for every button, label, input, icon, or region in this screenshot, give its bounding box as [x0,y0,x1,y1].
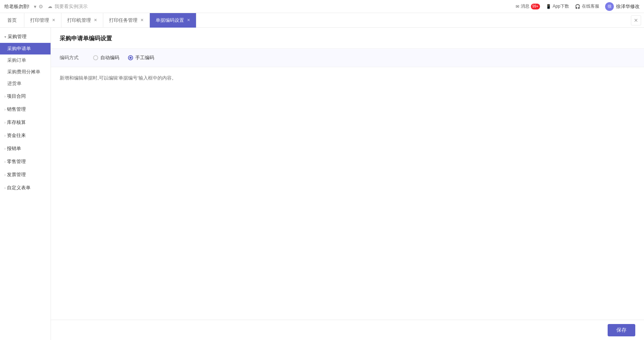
sidebar-item-purchase-receipt[interactable]: 进货单 [0,78,51,89]
sidebar-item-purchase-request-label: 采购申请单 [7,46,31,51]
top-bar-icons: ▾ ⚙ [34,4,43,9]
sidebar-group-expense[interactable]: › 报销单 [0,142,51,155]
description-content: 新增和编辑单据时,可以编辑'单据编号'输入框中的内容。 [60,75,176,81]
message-action[interactable]: ✉ 消息 99+ [516,3,540,9]
tab-printer-manage[interactable]: 打印机管理 ✕ [61,13,103,28]
sidebar-group-finance-label: 资金往来 [7,132,26,139]
message-icon: ✉ [516,4,519,9]
top-bar-right: ✉ 消息 99+ 📱 App下数 🎧 在线客服 徐 徐泽华修改 [516,2,640,11]
tab-print-manage-label: 打印管理 [30,17,49,24]
tab-bar: 首页 打印管理 ✕ 打印机管理 ✕ 打印任务管理 ✕ 单据编码设置 ✕ ✕ [0,13,644,28]
arrow-right-icon-project: › [4,94,5,98]
avatar: 徐 [605,2,614,11]
top-bar: 给老板勿割! ▾ ⚙ ☁ 我要看实例演示 ✉ 消息 99+ 📱 App下数 🎧 … [0,0,644,13]
tab-print-manage[interactable]: 打印管理 ✕ [24,13,61,28]
sidebar-section-sales: › 销售管理 [0,103,51,116]
arrow-right-icon-expense: › [4,147,5,151]
sidebar-section-invoice: › 发票管理 [0,169,51,181]
arrow-right-icon-invoice: › [4,173,5,177]
radio-manual[interactable]: 手工编码 [128,54,154,61]
radio-manual-label: 手工编码 [135,54,154,61]
sidebar-item-purchase-receipt-label: 进货单 [7,81,21,86]
close-all-tabs-button[interactable]: ✕ [631,15,641,25]
tab-print-task-label: 打印任务管理 [109,17,137,24]
sidebar-group-project[interactable]: › 项目合同 [0,90,51,102]
sidebar-item-purchase-order-label: 采购订单 [7,57,26,63]
sidebar-group-invoice-label: 发票管理 [7,171,26,178]
tab-print-task[interactable]: 打印任务管理 ✕ [103,13,150,28]
sidebar-item-purchase-order[interactable]: 采购订单 [0,54,51,66]
arrow-right-icon-retail: › [4,160,5,164]
sidebar-section-retail: › 零售管理 [0,155,51,168]
radio-group: 自动编码 手工编码 [93,54,154,61]
tab-encoding-settings-close[interactable]: ✕ [187,18,190,23]
description-text: 新增和编辑单据时,可以编辑'单据编号'输入框中的内容。 [51,67,644,89]
tab-encoding-settings[interactable]: 单据编码设置 ✕ [150,13,196,28]
sidebar-item-purchase-expense[interactable]: 采购费用分摊单 [0,66,51,78]
sidebar-group-retail[interactable]: › 零售管理 [0,155,51,168]
arrow-right-icon-inventory: › [4,121,5,125]
support-label: 在线客服 [582,3,599,9]
headset-icon: 🎧 [575,4,580,9]
sidebar-group-custom-label: 自定义表单 [7,185,31,191]
user-area[interactable]: 徐 徐泽华修改 [605,2,640,11]
sidebar-item-purchase-expense-label: 采购费用分摊单 [7,69,40,74]
app-title: 给老板勿割! [4,3,29,10]
content-inner: 采购申请单编码设置 编码方式 自动编码 手工编码 [51,28,644,320]
tab-home-label: 首页 [7,17,17,24]
download-action[interactable]: 📱 App下数 [546,3,569,9]
dropdown-icon[interactable]: ▾ [34,4,36,9]
support-action[interactable]: 🎧 在线客服 [575,3,599,9]
arrow-right-icon-custom: › [4,186,5,190]
save-button[interactable]: 保存 [608,324,635,336]
download-label: App下数 [553,3,569,9]
arrow-down-icon: ▾ [4,35,6,39]
sidebar-section-finance: › 资金往来 [0,129,51,142]
bottom-bar: 保存 [51,320,644,340]
tab-print-manage-close[interactable]: ✕ [52,18,55,23]
sidebar-group-purchase[interactable]: ▾ 采购管理 [0,31,51,43]
sidebar-section-inventory: › 库存核算 [0,116,51,129]
radio-auto[interactable]: 自动编码 [93,54,119,61]
search-text: 我要看实例演示 [55,3,88,10]
tab-encoding-settings-label: 单据编码设置 [156,17,184,24]
content-area: 采购申请单编码设置 编码方式 自动编码 手工编码 [51,28,644,340]
sidebar-group-inventory[interactable]: › 库存核算 [0,116,51,129]
page-title: 采购申请单编码设置 [60,35,635,42]
sidebar-group-invoice[interactable]: › 发票管理 [0,169,51,181]
sidebar-group-expense-label: 报销单 [7,145,21,152]
radio-manual-circle [128,55,133,60]
top-bar-left: 给老板勿割! ▾ ⚙ ☁ 我要看实例演示 [4,3,88,10]
sidebar: ▾ 采购管理 采购申请单 采购订单 采购费用分摊单 进货单 › 项目合同 [0,28,51,340]
encoding-row: 编码方式 自动编码 手工编码 [60,54,635,61]
encoding-label: 编码方式 [60,54,81,61]
gear-icon[interactable]: ⚙ [39,4,43,9]
sidebar-group-sales-label: 销售管理 [7,106,26,113]
radio-auto-label: 自动编码 [100,54,119,61]
content-spacer [51,89,644,320]
main-layout: ▾ 采购管理 采购申请单 采购订单 采购费用分摊单 进货单 › 项目合同 [0,28,644,340]
radio-auto-circle [93,55,98,60]
mobile-icon: 📱 [546,4,551,9]
tab-printer-manage-label: 打印机管理 [67,17,91,24]
username: 徐泽华修改 [616,3,640,10]
sidebar-group-retail-label: 零售管理 [7,158,26,165]
page-header: 采购申请单编码设置 [51,28,644,49]
tab-print-task-close[interactable]: ✕ [140,18,144,23]
sidebar-item-purchase-request[interactable]: 采购申请单 [0,43,51,54]
encoding-section: 编码方式 自动编码 手工编码 [51,49,644,67]
sidebar-group-inventory-label: 库存核算 [7,119,26,126]
arrow-right-icon-finance: › [4,134,5,138]
search-bar[interactable]: ☁ 我要看实例演示 [48,3,88,10]
sidebar-section-purchase: ▾ 采购管理 采购申请单 采购订单 采购费用分摊单 进货单 [0,31,51,89]
sidebar-group-finance[interactable]: › 资金往来 [0,129,51,142]
message-label: 消息 [521,3,529,9]
tab-home[interactable]: 首页 [0,13,24,28]
sidebar-group-purchase-label: 采购管理 [8,33,27,40]
tab-printer-manage-close[interactable]: ✕ [94,18,97,23]
sidebar-section-custom: › 自定义表单 [0,182,51,194]
sidebar-group-custom[interactable]: › 自定义表单 [0,182,51,194]
arrow-right-icon-sales: › [4,108,5,112]
sidebar-group-sales[interactable]: › 销售管理 [0,103,51,116]
search-cloud-icon: ☁ [48,4,52,9]
